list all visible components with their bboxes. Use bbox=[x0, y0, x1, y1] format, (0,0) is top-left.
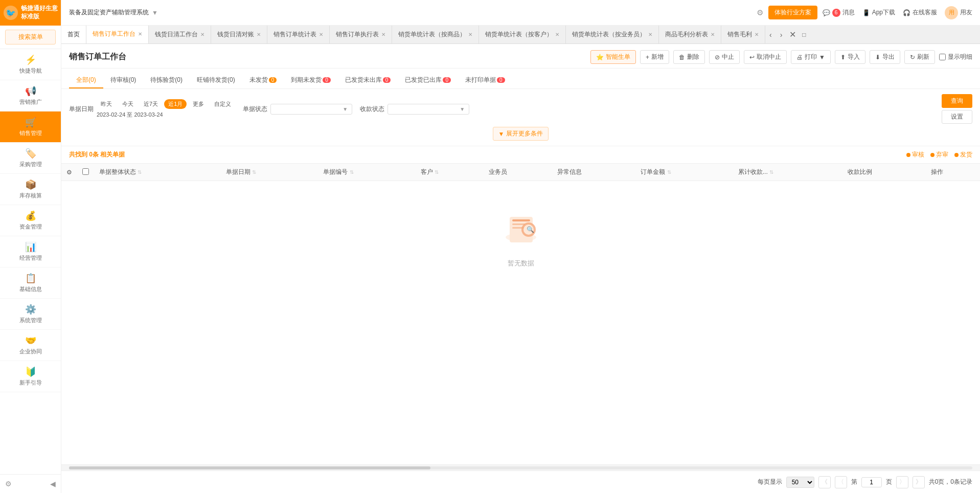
export-button[interactable]: ⬇ 导出 bbox=[870, 50, 900, 64]
stop-button[interactable]: ⊘ 中止 bbox=[709, 50, 740, 64]
sidebar-item-base-info[interactable]: 📋 基础信息 bbox=[0, 267, 61, 299]
sidebar-collapse-icon[interactable]: ◀ bbox=[50, 480, 56, 488]
tab-sales-summary-customer[interactable]: 销货单统计表（按客户） ✕ bbox=[479, 26, 566, 44]
import-button[interactable]: ⬆ 导入 bbox=[835, 50, 865, 64]
print-button[interactable]: 🖨 打印 ▼ bbox=[791, 50, 831, 64]
industry-solution-button[interactable]: 体验行业方案 bbox=[768, 6, 817, 19]
cancel-stop-button[interactable]: ↩ 取消中止 bbox=[744, 50, 787, 64]
sub-tab-pending-inspect[interactable]: 待拣验货(0) bbox=[143, 73, 190, 88]
review-action-btn[interactable]: 审核 bbox=[906, 150, 924, 159]
sidebar-item-finance[interactable]: 💰 资金管理 bbox=[0, 205, 61, 236]
col-customer[interactable]: 客户 ⇅ bbox=[416, 164, 484, 181]
tabs-nav-next[interactable]: › bbox=[776, 31, 787, 39]
sidebar-item-sales[interactable]: 🛒 销售管理 bbox=[0, 111, 61, 143]
sidebar-item-guide[interactable]: 🔰 新手引导 bbox=[0, 361, 61, 392]
refresh-button[interactable]: ↻ 刷新 bbox=[904, 50, 935, 64]
add-button[interactable]: + 新增 bbox=[640, 50, 669, 64]
filter-payment-select[interactable]: ▼ bbox=[388, 104, 469, 115]
sub-tab-overdue-not-shipped[interactable]: 到期未发货0 bbox=[284, 73, 338, 88]
sidebar-settings-icon[interactable]: ⚙ bbox=[5, 480, 12, 488]
sidebar-item-inventory[interactable]: 📦 库存核算 bbox=[0, 174, 61, 205]
per-page-select[interactable]: 10 20 50 100 bbox=[786, 477, 814, 488]
tab-sales-summary-product[interactable]: 销货单统计表（按商品） ✕ bbox=[392, 26, 479, 44]
ship-action-btn[interactable]: 发货 bbox=[954, 150, 972, 159]
app-download-item[interactable]: 📱 App下载 bbox=[862, 8, 895, 17]
tab-close-sales-stats[interactable]: ✕ bbox=[319, 32, 323, 37]
table-scroll-container[interactable]: ⚙ 单据整体状态 ⇅ 单据日期 ⇅ 单据编号 ⇅ 客户 ⇅ 业务员 异常信息 订… bbox=[61, 163, 980, 464]
sidebar-item-marketing[interactable]: 📢 营销推广 bbox=[0, 80, 61, 111]
col-amount[interactable]: 订单金额 ⇅ bbox=[635, 164, 733, 181]
pagination-first-btn[interactable]: 《 bbox=[818, 476, 831, 488]
col-received[interactable]: 累计收款... ⇅ bbox=[733, 164, 842, 181]
tab-close-sales-workbench[interactable]: ✕ bbox=[138, 31, 142, 37]
expand-filter-button[interactable]: ▼ 展开更多条件 bbox=[493, 127, 549, 141]
filter-setting-button[interactable]: 设置 bbox=[942, 110, 972, 124]
sidebar-item-system[interactable]: ⚙️ 系统管理 bbox=[0, 299, 61, 330]
filter-date-more[interactable]: 更多 bbox=[189, 99, 208, 109]
show-details-label[interactable]: 显示明细 bbox=[939, 53, 972, 61]
topbar-gear-icon[interactable]: ⚙ bbox=[757, 8, 763, 17]
tab-close-cash-reconcile[interactable]: ✕ bbox=[257, 32, 261, 37]
search-menu-button[interactable]: 搜索菜单 bbox=[5, 30, 56, 44]
tabs-close-all[interactable]: ✕ bbox=[786, 30, 799, 39]
sub-tab-not-shipped[interactable]: 未发货0 bbox=[242, 73, 284, 88]
tab-home[interactable]: 首页 bbox=[61, 26, 86, 44]
col-number[interactable]: 单据编号 ⇅ bbox=[318, 164, 415, 181]
sub-tab-wangpu[interactable]: 旺铺待发货(0) bbox=[190, 73, 242, 88]
system-title-dropdown[interactable]: ▼ bbox=[152, 9, 158, 16]
tab-sales-stats[interactable]: 销售订单统计表 ✕ bbox=[267, 26, 330, 44]
tab-cash-daily[interactable]: 钱货日清工作台 ✕ bbox=[149, 26, 211, 44]
sidebar-item-enterprise[interactable]: 🤝 企业协同 bbox=[0, 330, 61, 361]
print-dropdown-icon: ▼ bbox=[819, 54, 825, 61]
user-item[interactable]: 用 用友 bbox=[945, 6, 972, 19]
sub-tab-pending-review[interactable]: 待审核(0) bbox=[103, 73, 144, 88]
select-all-checkbox[interactable] bbox=[82, 168, 89, 175]
sub-tab-not-printed[interactable]: 未打印单据0 bbox=[458, 73, 512, 88]
filter-date-7days[interactable]: 近7天 bbox=[140, 99, 162, 109]
query-button[interactable]: 查询 bbox=[942, 94, 972, 108]
tab-close-gross-profit[interactable]: ✕ bbox=[711, 32, 715, 37]
filter-status-select[interactable]: ▼ bbox=[270, 104, 352, 115]
col-settings[interactable]: ⚙ bbox=[61, 164, 77, 181]
sidebar-item-quick-nav[interactable]: ⚡ 快捷导航 bbox=[0, 49, 61, 80]
pagination-last-btn[interactable]: 》 bbox=[913, 476, 925, 488]
cancel-review-action-btn[interactable]: 弃审 bbox=[930, 150, 948, 159]
sidebar-item-operations[interactable]: 📊 经营管理 bbox=[0, 236, 61, 267]
tab-close-sales-summary-product[interactable]: ✕ bbox=[468, 32, 472, 37]
sidebar-item-purchase[interactable]: 🏷️ 采购管理 bbox=[0, 143, 61, 174]
filter-date-custom[interactable]: 自定义 bbox=[210, 99, 235, 109]
scroll-thumb[interactable] bbox=[69, 466, 430, 469]
tab-sales-exec[interactable]: 销售订单执行表 ✕ bbox=[330, 26, 392, 44]
tab-close-cash-daily[interactable]: ✕ bbox=[200, 32, 204, 37]
tabs-nav-prev[interactable]: ‹ bbox=[765, 31, 776, 39]
delete-button[interactable]: 🗑 删除 bbox=[673, 50, 705, 64]
pagination-prev-btn[interactable]: 〈 bbox=[835, 476, 847, 488]
online-service-item[interactable]: 🎧 在线客服 bbox=[903, 8, 937, 17]
filter-date-yesterday[interactable]: 昨天 bbox=[97, 99, 116, 109]
sub-tab-all[interactable]: 全部(0) bbox=[69, 73, 103, 88]
print-icon: 🖨 bbox=[796, 54, 803, 61]
tab-close-sales-exec[interactable]: ✕ bbox=[381, 32, 385, 37]
tab-cash-reconcile[interactable]: 钱货日清对账 ✕ bbox=[211, 26, 267, 44]
headset-icon: 🎧 bbox=[903, 9, 910, 16]
col-status[interactable]: 单据整体状态 ⇅ bbox=[94, 164, 221, 181]
sub-tab-shipped-not-out[interactable]: 已发货未出库0 bbox=[338, 73, 398, 88]
tabs-expand[interactable]: □ bbox=[799, 31, 809, 38]
horizontal-scrollbar[interactable] bbox=[61, 464, 980, 470]
tab-close-sales-summary-customer[interactable]: ✕ bbox=[555, 32, 559, 37]
tab-close-sales-profit[interactable]: ✕ bbox=[755, 32, 759, 37]
filter-date-1month[interactable]: 近1月 bbox=[164, 99, 187, 109]
smart-generate-button[interactable]: ⭐ 智能生单 bbox=[590, 50, 636, 64]
col-date[interactable]: 单据日期 ⇅ bbox=[221, 164, 318, 181]
tab-sales-profit[interactable]: 销售毛利 ✕ bbox=[721, 26, 765, 44]
show-details-checkbox[interactable] bbox=[939, 54, 946, 60]
pagination-next-btn[interactable]: 〉 bbox=[896, 476, 908, 488]
pagination-page-input[interactable] bbox=[861, 477, 882, 487]
sub-tab-shipped-out[interactable]: 已发货已出库0 bbox=[398, 73, 458, 88]
tab-gross-profit[interactable]: 商品毛利分析表 ✕ bbox=[659, 26, 721, 44]
tab-sales-summary-staff[interactable]: 销货单统计表（按业务员） ✕ bbox=[566, 26, 659, 44]
message-item[interactable]: 💬 6 消息 bbox=[823, 8, 855, 17]
filter-date-today[interactable]: 今天 bbox=[118, 99, 138, 109]
tab-close-sales-summary-staff[interactable]: ✕ bbox=[648, 32, 652, 37]
tab-sales-workbench[interactable]: 销售订单工作台 ✕ bbox=[86, 26, 149, 44]
